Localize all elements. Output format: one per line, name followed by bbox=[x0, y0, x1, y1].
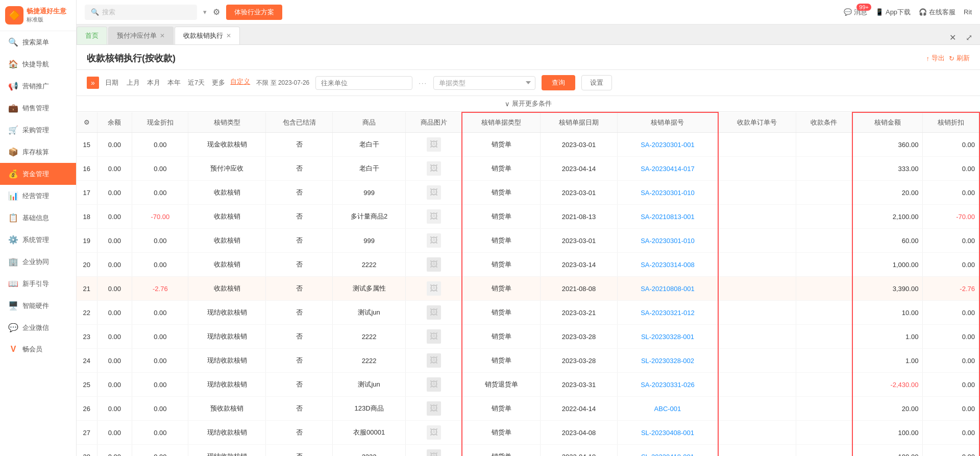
cell-num: 17 bbox=[77, 181, 97, 205]
cancel-bill-no-link[interactable]: SA-20230331-026 bbox=[641, 381, 695, 389]
sidebar-item-label: 资金管理 bbox=[22, 170, 49, 179]
cell-cancel-type: 现结收款核销 bbox=[188, 421, 266, 445]
maximize-tab-btn[interactable]: ⤢ bbox=[962, 30, 976, 44]
cancel-bill-no-link[interactable]: SA-20210808-001 bbox=[641, 285, 695, 293]
cell-cancel-bill-date: 2023-03-28 bbox=[540, 349, 618, 373]
cancel-bill-no-link[interactable]: SL-20230328-002 bbox=[641, 357, 694, 365]
product-image-empty: 🖼 bbox=[427, 209, 441, 224]
cancel-bill-no-link[interactable]: SL-20230418-001 bbox=[641, 453, 694, 457]
sidebar-item-purchase[interactable]: 🛒 采购管理 bbox=[0, 119, 76, 141]
search-bar[interactable]: 🔍 搜索 bbox=[85, 5, 197, 20]
sidebar-item-label: 新手引导 bbox=[22, 279, 49, 289]
sidebar-item-sales[interactable]: 💼 销售管理 bbox=[0, 97, 76, 119]
cell-receipt-terms bbox=[796, 205, 852, 229]
th-cash-discount: 现金折扣 bbox=[132, 112, 188, 133]
query-btn[interactable]: 查询 bbox=[542, 75, 575, 90]
expand-more-btn[interactable]: ∨ 展开更多条件 bbox=[505, 99, 552, 108]
cancel-bill-no-link[interactable]: ABC-001 bbox=[654, 405, 681, 413]
message-btn[interactable]: 💬 消息 99+ bbox=[844, 8, 867, 17]
table-body: 15 0.00 0.00 现金收款核销 否 老白干 🖼 销货单 2023-03-… bbox=[77, 133, 979, 457]
cell-cancel-type: 现结收款核销 bbox=[188, 325, 266, 349]
th-cancel-bill-type: 核销单据类型 bbox=[462, 112, 540, 133]
basic-icon: 📋 bbox=[8, 213, 18, 223]
user-profile[interactable]: Rit bbox=[964, 8, 972, 16]
cell-receipt-order-no bbox=[718, 397, 796, 421]
online-service-btn[interactable]: 🎧 在线客服 bbox=[919, 8, 955, 17]
refresh-btn[interactable]: ↻ 刷新 bbox=[949, 54, 970, 63]
cell-cancel-bill-no: SL-20230418-001 bbox=[618, 445, 718, 457]
sidebar-item-business[interactable]: 📊 经营管理 bbox=[0, 185, 76, 207]
sidebar-item-wechat[interactable]: 💬 企业微信 bbox=[0, 317, 76, 339]
th-settings[interactable]: ⚙ bbox=[77, 112, 97, 133]
sidebar-item-quick[interactable]: 🏠 快捷导航 bbox=[0, 53, 76, 75]
cell-cancel-bill-date: 2023-03-21 bbox=[540, 301, 618, 325]
sidebar-item-hardware[interactable]: 🖥️ 智能硬件 bbox=[0, 295, 76, 317]
cell-cancel-bill-no: SL-20230328-001 bbox=[618, 325, 718, 349]
sidebar-item-marketing[interactable]: 📢 营销推广 bbox=[0, 75, 76, 97]
cell-product-img: 🖼 bbox=[405, 421, 462, 445]
cell-num: 16 bbox=[77, 157, 97, 181]
prepay-tab-close[interactable]: ✕ bbox=[160, 32, 165, 39]
tabbar-actions: ✕ ⤢ bbox=[945, 30, 980, 44]
cell-cancel-discount: 0.00 bbox=[923, 421, 979, 445]
date-this-month[interactable]: 本月 bbox=[145, 77, 162, 88]
cell-cancel-amount: 1,000.00 bbox=[852, 253, 923, 277]
data-table: ⚙ 余额 现金折扣 核销类型 包含已结清 商品 商品图片 核销单据类型 核销单据… bbox=[77, 112, 980, 456]
sidebar-item-inventory[interactable]: 📦 库存核算 bbox=[0, 141, 76, 163]
cancel-bill-no-link[interactable]: SL-20230408-001 bbox=[641, 429, 694, 437]
sidebar-item-finance[interactable]: 💰 资金管理 bbox=[0, 163, 76, 185]
cell-cancel-bill-date: 2023-03-28 bbox=[540, 325, 618, 349]
close-tab-btn[interactable]: ✕ bbox=[945, 30, 960, 44]
cell-cash-discount: 0.00 bbox=[132, 421, 188, 445]
order-type-select[interactable]: 单据类型 bbox=[433, 76, 535, 90]
cancel-bill-no-link[interactable]: SA-20230301-010 bbox=[641, 189, 695, 197]
sidebar-item-system[interactable]: ⚙️ 系统管理 bbox=[0, 229, 76, 251]
cell-balance: 0.00 bbox=[97, 301, 132, 325]
date-custom[interactable]: 自定义 bbox=[230, 77, 250, 88]
cell-receipt-terms bbox=[796, 181, 852, 205]
cell-include-settled: 否 bbox=[266, 421, 333, 445]
date-7days[interactable]: 近7天 bbox=[186, 77, 207, 88]
table-row: 23 0.00 0.00 现结收款核销 否 2222 🖼 销货单 2023-03… bbox=[77, 325, 979, 349]
customer-input[interactable] bbox=[315, 76, 412, 90]
tab-home[interactable]: 首页 bbox=[77, 27, 107, 44]
date-this-year[interactable]: 本年 bbox=[165, 77, 183, 88]
export-btn[interactable]: ↑ 导出 bbox=[926, 54, 945, 63]
sidebar-item-corp[interactable]: 🏢 企业协同 bbox=[0, 251, 76, 273]
tab-prepay[interactable]: 预付冲应付单 ✕ bbox=[108, 27, 174, 44]
app-download-btn[interactable]: 📱 App下载 bbox=[875, 8, 911, 17]
cell-cancel-amount: 100.00 bbox=[852, 421, 923, 445]
app-icon: 📱 bbox=[875, 8, 884, 16]
cell-cancel-bill-date: 2021-08-13 bbox=[540, 205, 618, 229]
filter-settings-btn[interactable]: 设置 bbox=[581, 75, 612, 90]
table-row: 28 0.00 0.00 现结收款核销 否 2222 🖼 销货单 2023-04… bbox=[77, 445, 979, 457]
cell-cancel-bill-date: 2022-04-14 bbox=[540, 397, 618, 421]
cancel-bill-no-link[interactable]: SL-20230328-001 bbox=[641, 333, 694, 341]
date-last-month[interactable]: 上月 bbox=[125, 77, 142, 88]
receipt-tab-close[interactable]: ✕ bbox=[226, 32, 231, 39]
industry-btn[interactable]: 体验行业方案 bbox=[226, 5, 282, 20]
tab-receipt[interactable]: 收款核销执行 ✕ bbox=[175, 27, 240, 44]
th-receipt-order-no: 收款单订单号 bbox=[718, 112, 796, 133]
filter-expand-btn[interactable]: » bbox=[87, 77, 99, 89]
sidebar-item-search[interactable]: 🔍 搜索菜单 bbox=[0, 31, 76, 53]
cancel-bill-no-link[interactable]: SA-20230301-010 bbox=[641, 237, 695, 245]
topbar: 🔍 搜索 ▾ ⚙ 体验行业方案 💬 消息 99+ 📱 App下载 🎧 在线客服 … bbox=[77, 0, 980, 25]
sidebar-item-guide[interactable]: 📖 新手引导 bbox=[0, 273, 76, 295]
cancel-bill-no-link[interactable]: SA-20230414-017 bbox=[641, 165, 695, 173]
sidebar-item-member[interactable]: V 畅会员 bbox=[0, 339, 76, 360]
cell-receipt-terms bbox=[796, 253, 852, 277]
cancel-bill-no-link[interactable]: SA-20230301-001 bbox=[641, 141, 695, 149]
cell-cancel-discount: 0.00 bbox=[923, 325, 979, 349]
user-name: Rit bbox=[964, 8, 972, 16]
table-row: 15 0.00 0.00 现金收款核销 否 老白干 🖼 销货单 2023-03-… bbox=[77, 133, 979, 157]
sidebar-item-basic[interactable]: 📋 基础信息 bbox=[0, 207, 76, 229]
settings-icon[interactable]: ⚙ bbox=[213, 7, 220, 17]
cancel-bill-no-link[interactable]: SA-20210813-001 bbox=[641, 213, 695, 221]
date-more[interactable]: 更多 bbox=[210, 77, 227, 88]
cell-cancel-type: 现结收款核销 bbox=[188, 301, 266, 325]
table-row: 19 0.00 0.00 收款核销 否 999 🖼 销货单 2023-03-01… bbox=[77, 229, 979, 253]
cancel-bill-no-link[interactable]: SA-20230321-012 bbox=[641, 309, 695, 317]
cancel-bill-no-link[interactable]: SA-20230314-008 bbox=[641, 261, 695, 269]
cell-cancel-bill-no: SA-20210813-001 bbox=[618, 205, 718, 229]
